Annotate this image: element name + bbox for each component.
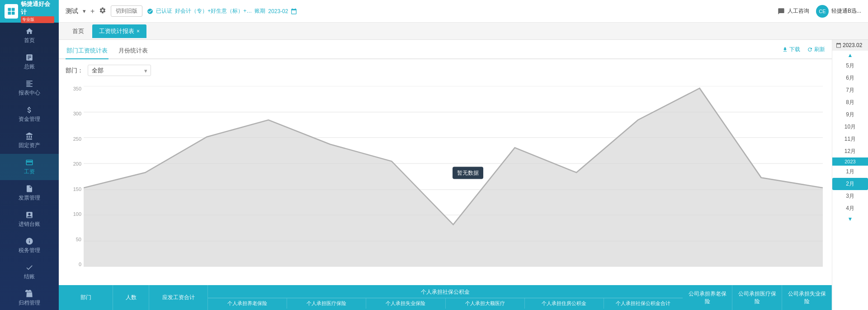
month-4[interactable]: 4月 — [832, 202, 868, 215]
th-medical: 个人承担医疗保险 — [287, 298, 366, 309]
date-panel-header: 2023.02 — [832, 40, 868, 51]
y-axis: 350 300 250 200 150 100 50 0 — [68, 86, 84, 267]
sidebar: 畅捷通好会计 专业版 首页 总账 报表中心 资金管理 固定资产 工资 发票管理 … — [0, 0, 59, 310]
topbar-right: 人工咨询 CE 轻捷通B迅... — [778, 5, 861, 18]
sidebar-item-ledger[interactable]: 总账 — [0, 49, 59, 75]
th-company-medical: 公司承担医疗保险 — [732, 285, 782, 310]
app-logo: 畅捷通好会计 专业版 — [0, 0, 59, 23]
month-3[interactable]: 3月 — [832, 190, 868, 202]
sidebar-item-tax-label: 税务管理 — [19, 247, 40, 254]
th-personal-group-label: 个人承担社保公积金 — [208, 286, 683, 298]
sidebar-item-report[interactable]: 报表中心 — [0, 75, 59, 101]
filter-bar: 部门： 全部 销售部 财务部 人事部 技术部 — [59, 59, 832, 81]
date-panel: 2023.02 ▲ 5月 6月 7月 8月 9月 10月 11月 12月 202… — [832, 40, 868, 310]
sidebar-item-salary-label: 工资 — [24, 168, 35, 176]
avatar: CE — [816, 5, 829, 18]
month-12[interactable]: 12月 — [832, 145, 868, 157]
sub-tabs: 部门工资统计表 月份统计表 下载 刷新 — [59, 40, 832, 59]
sidebar-item-asset[interactable]: 固定资产 — [0, 128, 59, 154]
topbar-settings-icon[interactable] — [99, 7, 106, 15]
th-company-pension: 公司承担养老保险 — [683, 285, 732, 310]
topbar-dropdown-icon[interactable]: ▾ — [83, 8, 86, 14]
th-company-unemployment: 公司承担失业保险 — [782, 285, 832, 310]
sidebar-item-archive-label: 归档管理 — [19, 299, 40, 307]
svg-rect-0 — [8, 8, 11, 11]
sidebar-item-stock-label: 进销台账 — [19, 220, 40, 228]
sidebar-item-invoice[interactable]: 发票管理 — [0, 180, 59, 206]
download-button[interactable]: 下载 — [782, 46, 800, 53]
month-2[interactable]: 2月 — [832, 178, 868, 190]
tabbar: 首页 工资统计报表 × — [59, 23, 868, 40]
svg-rect-2 — [8, 12, 11, 15]
month-1[interactable]: 1月 — [832, 166, 868, 178]
tab-close-icon[interactable]: × — [137, 28, 140, 34]
chart-area: 350 300 250 200 150 100 50 0 — [59, 81, 832, 285]
content-main: 部门工资统计表 月份统计表 下载 刷新 部门： — [59, 40, 832, 310]
svg-rect-3 — [12, 12, 15, 15]
svg-marker-12 — [84, 88, 823, 267]
period-label: 账期 — [255, 7, 265, 15]
th-unemployment: 个人承担失业保险 — [366, 298, 445, 309]
user-name: 轻捷通B迅... — [831, 7, 861, 15]
th-people: 人数 — [113, 285, 149, 310]
sidebar-item-archive[interactable]: 归档管理 — [0, 285, 59, 310]
sidebar-item-salary[interactable]: 工资 — [0, 154, 59, 180]
th-major-medical: 个人承担大额医疗 — [446, 298, 525, 309]
dept-filter-select[interactable]: 全部 销售部 财务部 人事部 技术部 — [88, 65, 151, 76]
sidebar-item-ledger-label: 总账 — [24, 63, 35, 71]
table-header: 部门 人数 应发工资合计 个人承担社保公积金 个人承担养老保险 个人承担医疗保险… — [59, 285, 832, 310]
month-11[interactable]: 11月 — [832, 133, 868, 145]
th-personal-children: 个人承担养老保险 个人承担医疗保险 个人承担失业保险 个人承担大额医疗 个人承担… — [208, 298, 683, 309]
th-total-salary: 应发工资合计 — [149, 285, 208, 310]
user-service[interactable]: 人工咨询 — [778, 7, 809, 15]
month-5[interactable]: 5月 — [832, 60, 868, 72]
sub-tab-dept[interactable]: 部门工资统计表 — [66, 44, 108, 59]
date-nav-down[interactable]: ▼ — [832, 215, 868, 224]
refresh-button[interactable]: 刷新 — [807, 46, 825, 53]
topbar: 测试 ▾ + 切到旧版 已认证 好会计（专）+好生意（标）+… 账期 2023-… — [59, 0, 868, 23]
th-dept: 部门 — [59, 285, 113, 310]
month-8[interactable]: 8月 — [832, 96, 868, 109]
svg-rect-1 — [12, 8, 15, 11]
chart-container: 350 300 250 200 150 100 50 0 — [68, 86, 823, 281]
th-personal-group: 个人承担社保公积金 个人承担养老保险 个人承担医疗保险 个人承担失业保险 个人承… — [208, 286, 683, 309]
sidebar-item-report-label: 报表中心 — [19, 89, 40, 97]
main-content: 测试 ▾ + 切到旧版 已认证 好会计（专）+好生意（标）+… 账期 2023-… — [59, 0, 868, 310]
status-certified: 已认证 — [156, 7, 172, 15]
user-profile[interactable]: CE 轻捷通B迅... — [816, 5, 861, 18]
period-value: 2023-02 — [268, 8, 288, 14]
sidebar-item-invoice-label: 发票管理 — [19, 194, 40, 202]
topbar-title: 测试 — [66, 7, 78, 15]
topbar-status: 已认证 好会计（专）+好生意（标）+… 账期 2023-02 — [147, 7, 297, 15]
sidebar-item-tax[interactable]: 税务管理 — [0, 233, 59, 259]
sidebar-item-fund[interactable]: 资金管理 — [0, 101, 59, 128]
topbar-add-button[interactable]: + — [90, 7, 94, 15]
month-9[interactable]: 9月 — [832, 109, 868, 121]
dept-filter-wrap: 全部 销售部 财务部 人事部 技术部 — [88, 65, 151, 76]
status-accounting: 好会计（专）+好生意（标）+… — [175, 7, 252, 15]
dept-filter-label: 部门： — [66, 67, 83, 75]
month-7[interactable]: 7月 — [832, 84, 868, 96]
switch-old-button[interactable]: 切到旧版 — [111, 5, 142, 17]
tab-salary-report[interactable]: 工资统计报表 × — [92, 24, 146, 38]
sidebar-item-close-account-label: 结账 — [24, 273, 35, 281]
sidebar-item-close-account[interactable]: 结账 — [0, 259, 59, 285]
th-housing-fund: 个人承担住房公积金 — [525, 298, 604, 309]
sidebar-item-asset-label: 固定资产 — [19, 142, 40, 149]
tab-home[interactable]: 首页 — [66, 24, 91, 38]
sidebar-item-home[interactable]: 首页 — [0, 23, 59, 49]
month-10[interactable]: 10月 — [832, 121, 868, 133]
year-2023-label[interactable]: 2023 — [832, 157, 868, 166]
sub-tabs-actions: 下载 刷新 — [782, 46, 825, 57]
month-6[interactable]: 6月 — [832, 72, 868, 84]
th-pension: 个人承担养老保险 — [208, 298, 287, 309]
date-nav-up[interactable]: ▲ — [832, 51, 868, 60]
sub-tab-monthly[interactable]: 月份统计表 — [118, 44, 149, 59]
sidebar-item-stock[interactable]: 进销台账 — [0, 206, 59, 233]
logo-text: 畅捷通好会计 专业版 — [21, 0, 54, 23]
chart-svg-wrap: 暂无数据 — [84, 86, 823, 267]
current-date: 2023.02 — [843, 42, 862, 48]
content-area: 部门工资统计表 月份统计表 下载 刷新 部门： — [59, 40, 868, 310]
sidebar-item-fund-label: 资金管理 — [19, 115, 40, 123]
sidebar-item-home-label: 首页 — [24, 37, 35, 44]
